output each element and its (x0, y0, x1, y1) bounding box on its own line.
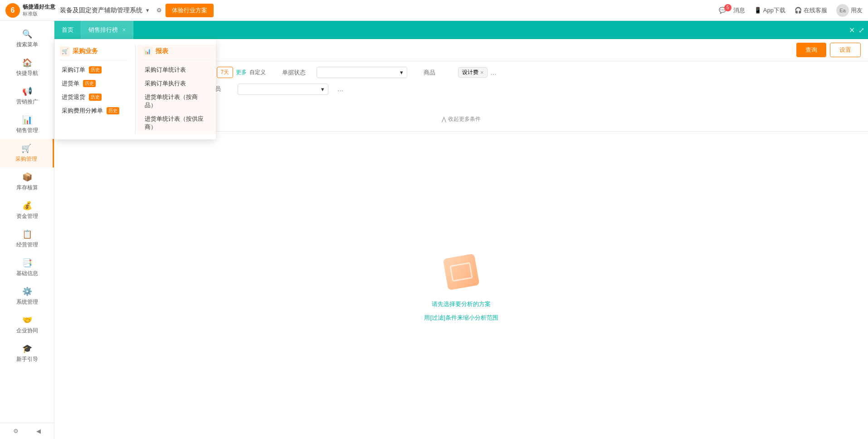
menu-item-purchase-order-stats[interactable]: 采购订单统计表 (143, 63, 211, 77)
empty-line1: 请先选择要分析的方案 (432, 300, 491, 308)
empty-illustration (439, 249, 484, 295)
goods-tag-close[interactable]: × (480, 69, 483, 76)
sidebar-item-system[interactable]: ⚙️ 系统管理 (0, 282, 54, 311)
system-title-text: 装备及固定资产辅助管理系统 (60, 6, 142, 15)
purchase-order-stats-label: 采购订单统计表 (145, 66, 186, 74)
sidebar-label-marketing: 营销推广 (16, 98, 38, 106)
logo-icon: 6 (5, 3, 20, 18)
sidebar-bottom: ⚙ ◀ (0, 423, 54, 439)
menu-item-purchase-expense[interactable]: 采购费用分摊单 历史 (60, 104, 128, 118)
sidebar-label-enterprise: 企业协同 (16, 327, 38, 335)
inventory-icon: 📦 (22, 172, 32, 182)
bill-status-select[interactable]: ▾ (317, 67, 407, 78)
system-dropdown-arrow[interactable]: ▾ (146, 7, 149, 14)
goods-return-label: 进货退货 (62, 93, 85, 101)
purchase-order-history-badge: 历史 (89, 66, 102, 74)
menu-item-goods-stats-by-goods[interactable]: 进货单统计表（按商品） (143, 90, 211, 112)
sidebar-label-inventory: 库存核算 (16, 184, 38, 192)
quick-date-custom[interactable]: 自定义 (249, 69, 266, 76)
goods-more-dots[interactable]: ... (490, 69, 496, 77)
menu-item-purchase-order[interactable]: 采购订单 历史 (60, 63, 128, 77)
sidebar-item-basicinfo[interactable]: 📑 基础信息 (0, 253, 54, 282)
finance-icon: 💰 (22, 201, 32, 211)
collapse-label: 收起更多条件 (448, 115, 481, 123)
tab-sales-ranking[interactable]: 销售排行榜 × (81, 21, 133, 39)
guide-icon: 🎓 (22, 344, 32, 354)
menu-item-goods-receipt[interactable]: 进货单 历史 (60, 77, 128, 90)
messages-action[interactable]: 💬 5 消息 (719, 6, 745, 15)
empty-box-graphic (443, 253, 479, 290)
user-action[interactable]: Ea 用友 (836, 4, 863, 17)
avatar: Ea (836, 4, 849, 17)
menu-item-purchase-order-exec[interactable]: 采购订单执行表 (143, 77, 211, 90)
logo-area: 6 畅捷通好生意 标准版 (5, 3, 60, 18)
sidebar-label-search: 搜索菜单 (16, 41, 38, 49)
system-icon: ⚙️ (22, 286, 32, 296)
purchase-menu-section: 🛒 采购业务 采购订单 历史 进货单 历史 进货退货 历史 采购费用分摊单 历史 (54, 44, 133, 134)
messages-label: 消息 (733, 6, 745, 15)
settings-button[interactable]: 设置 (830, 43, 861, 57)
purchase-expense-history-badge: 历史 (107, 107, 119, 114)
tab-maximize-icon[interactable]: ⤢ (858, 26, 864, 35)
tab-right-controls: ✕ ⤢ (849, 26, 868, 35)
goods-return-history-badge: 历史 (89, 94, 102, 101)
basicinfo-icon: 📑 (22, 258, 32, 268)
quick-date-7days[interactable]: 7天 (217, 67, 234, 78)
sidebar-item-guide[interactable]: 🎓 新手引导 (0, 339, 54, 368)
sidebar-settings-icon[interactable]: ⚙ (13, 428, 19, 434)
enterprise-icon: 🤝 (22, 315, 32, 325)
operations-icon: 📋 (22, 229, 32, 239)
sidebar-label-system: 系统管理 (16, 298, 38, 306)
menu-item-goods-return[interactable]: 进货退货 历史 (60, 90, 128, 104)
sidebar-item-quicknav[interactable]: 🏠 快捷导航 (0, 53, 54, 82)
sidebar-item-inventory[interactable]: 📦 库存核算 (0, 168, 54, 196)
sidebar-item-marketing[interactable]: 📢 营销推广 (0, 82, 54, 110)
user-initial: Ea (839, 8, 845, 13)
sidebar-collapse-icon[interactable]: ◀ (36, 428, 41, 434)
goods-receipt-label: 进货单 (62, 79, 79, 88)
purchase-icon: 🛒 (21, 143, 31, 153)
quick-date-more[interactable]: 更多 (236, 69, 247, 76)
salesperson-dropdown-icon: ▾ (321, 86, 324, 93)
bill-status-dropdown-icon: ▾ (400, 69, 403, 76)
tab-close-icon[interactable]: × (122, 27, 126, 33)
menu-item-goods-stats-by-supplier[interactable]: 进货单统计表（按供应商） (143, 112, 211, 134)
sidebar-item-finance[interactable]: 💰 资金管理 (0, 196, 54, 225)
tab-sales-ranking-label: 销售排行榜 (88, 26, 118, 34)
sidebar-item-operations[interactable]: 📋 经营管理 (0, 225, 54, 253)
industry-button[interactable]: 体验行业方案 (166, 4, 214, 17)
user-label: 用友 (851, 6, 863, 15)
purchase-order-label: 采购订单 (62, 66, 85, 74)
header-right: 💬 5 消息 📱 App下载 🎧 在线客服 Ea 用友 (719, 4, 863, 17)
goods-filter-control: 设计费 × ... (458, 67, 496, 78)
home-icon: 🏠 (22, 58, 32, 68)
report-menu-section: 📊 报表 采购订单统计表 采购订单执行表 进货单统计表（按商品） 进货单统计表（… (137, 44, 216, 134)
sidebar-item-enterprise[interactable]: 🤝 企业协同 (0, 311, 54, 339)
sidebar-item-purchase[interactable]: 🛒 采购管理 (0, 139, 54, 168)
sidebar-item-sales[interactable]: 📊 销售管理 (0, 110, 54, 139)
logo-text: 畅捷通好生意 标准版 (23, 4, 55, 17)
sidebar-label-basicinfo: 基础信息 (16, 270, 38, 277)
headset-icon: 🎧 (795, 7, 802, 14)
menu-section-divider (135, 44, 136, 134)
app-download-action[interactable]: 📱 App下载 (754, 6, 785, 15)
salesperson-more-dots[interactable]: ... (337, 85, 343, 93)
purchase-dropdown-menu: 🛒 采购业务 采购订单 历史 进货单 历史 进货退货 历史 采购费用分摊单 历史… (54, 39, 216, 139)
sidebar-label-operations: 经营管理 (16, 241, 38, 249)
phone-icon: 📱 (754, 7, 761, 14)
system-settings-icon[interactable]: ⚙ (156, 7, 162, 14)
marketing-icon: 📢 (22, 86, 32, 96)
tab-close-window-icon[interactable]: ✕ (849, 26, 855, 35)
salesperson-select[interactable]: ▾ (238, 84, 328, 95)
query-button[interactable]: 查询 (796, 43, 826, 57)
online-support-action[interactable]: 🎧 在线客服 (795, 6, 827, 15)
purchase-section-icon: 🛒 (60, 46, 70, 56)
tab-home[interactable]: 首页 (54, 21, 81, 39)
empty-line2: 用[过滤]条件来缩小分析范围 (424, 314, 498, 322)
tab-bar: 首页 销售排行榜 × ✕ ⤢ (54, 21, 868, 39)
report-section-title: 📊 报表 (143, 44, 211, 60)
sidebar-item-search[interactable]: 🔍 搜索菜单 (0, 25, 54, 53)
sidebar: 🔍 搜索菜单 🏠 快捷导航 📢 营销推广 📊 销售管理 🛒 采购管理 📦 库存核… (0, 21, 54, 439)
purchase-order-exec-label: 采购订单执行表 (145, 79, 186, 88)
bill-status-label: 单据状态 (282, 69, 309, 77)
